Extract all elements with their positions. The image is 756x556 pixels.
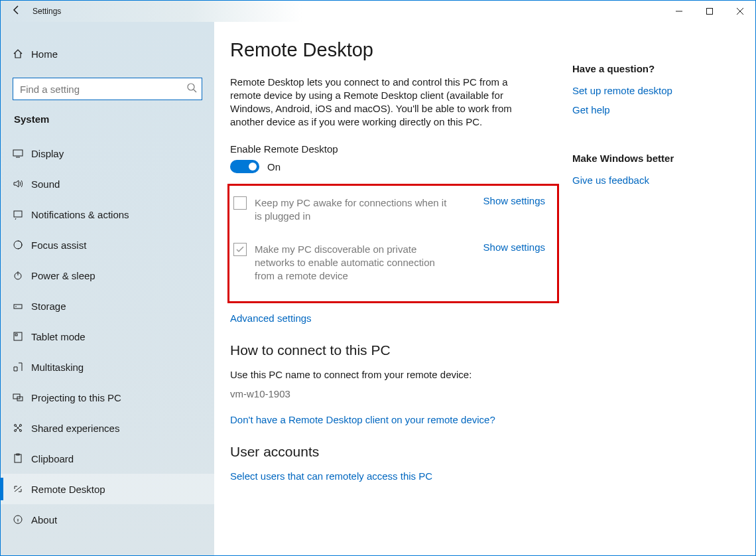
connect-heading: How to connect to this PC	[230, 342, 559, 358]
sidebar-item-label: Multitasking	[31, 362, 84, 373]
sidebar-item-power[interactable]: Power & sleep	[1, 260, 214, 291]
connect-label: Use this PC name to connect from your re…	[230, 369, 559, 380]
sidebar-item-clipboard[interactable]: Clipboard	[1, 443, 214, 474]
sidebar-item-shared[interactable]: Shared experiences	[1, 413, 214, 443]
sidebar-home[interactable]: Home	[1, 40, 214, 67]
home-icon	[13, 48, 31, 59]
svg-rect-5	[14, 305, 22, 309]
back-button[interactable]	[1, 4, 32, 19]
question-heading: Have a question?	[572, 63, 735, 74]
option-discoverable: Make my PC discoverable on private netwo…	[231, 239, 545, 287]
sidebar-item-label: Tablet mode	[31, 331, 86, 342]
search-input[interactable]	[13, 78, 202, 100]
sidebar-item-label: Sound	[31, 178, 60, 190]
titlebar: Settings	[1, 1, 755, 22]
show-settings-link[interactable]: Show settings	[483, 195, 545, 206]
display-icon	[13, 148, 31, 159]
remote-desktop-icon	[13, 484, 31, 494]
sidebar-home-label: Home	[31, 48, 58, 60]
enable-toggle[interactable]	[230, 160, 259, 173]
svg-rect-0	[707, 9, 713, 15]
sidebar-item-notifications[interactable]: Notifications & actions	[1, 199, 214, 230]
right-panel: Have a question? Set up remote desktop G…	[559, 22, 755, 555]
enable-label: Enable Remote Desktop	[230, 143, 559, 155]
sidebar: Home System Display Sound Notifications …	[1, 22, 214, 555]
sidebar-item-label: Focus assist	[31, 240, 86, 251]
svg-point-1	[188, 84, 194, 90]
sidebar-item-label: Power & sleep	[31, 270, 95, 281]
accounts-heading: User accounts	[230, 444, 559, 460]
option-label: Keep my PC awake for connections when it…	[255, 196, 454, 223]
sidebar-item-multitasking[interactable]: Multitasking	[1, 352, 214, 382]
multitasking-icon	[13, 362, 31, 372]
projecting-icon	[13, 392, 31, 403]
sidebar-item-label: About	[31, 514, 57, 525]
sidebar-item-projecting[interactable]: Projecting to this PC	[1, 382, 214, 413]
page-title: Remote Desktop	[230, 39, 559, 61]
accounts-link[interactable]: Select users that can remotely access th…	[230, 470, 432, 482]
highlight-box: Keep my PC awake for connections when it…	[227, 184, 559, 303]
window-title: Settings	[32, 7, 61, 16]
sound-icon	[13, 178, 31, 189]
sidebar-item-storage[interactable]: Storage	[1, 291, 214, 321]
power-icon	[13, 270, 31, 281]
client-link[interactable]: Don't have a Remote Desktop client on yo…	[230, 414, 495, 425]
notifications-icon	[13, 209, 31, 220]
gethelp-link[interactable]: Get help	[572, 104, 735, 115]
sidebar-item-label: Notifications & actions	[31, 209, 129, 220]
shared-icon	[13, 423, 31, 433]
close-button[interactable]	[725, 1, 755, 22]
checkbox-keep-awake[interactable]	[233, 196, 247, 210]
toggle-state: On	[267, 161, 281, 173]
sidebar-item-label: Display	[31, 148, 64, 159]
svg-rect-3	[14, 211, 22, 217]
minimize-button[interactable]	[664, 1, 694, 22]
storage-icon	[13, 301, 31, 311]
maximize-button[interactable]	[694, 1, 725, 22]
setup-link[interactable]: Set up remote desktop	[572, 85, 735, 96]
sidebar-item-tablet-mode[interactable]: Tablet mode	[1, 321, 214, 352]
option-label: Make my PC discoverable on private netwo…	[255, 243, 454, 283]
search-icon	[186, 82, 197, 95]
sidebar-item-label: Shared experiences	[31, 423, 119, 434]
clipboard-icon	[13, 453, 31, 464]
option-keep-awake: Keep my PC awake for connections when it…	[231, 192, 545, 227]
focus-assist-icon	[13, 240, 31, 250]
pc-name: vm-w10-1903	[230, 388, 559, 399]
sidebar-item-remote-desktop[interactable]: Remote Desktop	[1, 474, 214, 504]
svg-rect-2	[13, 150, 23, 156]
page-description: Remote Desktop lets you connect to and c…	[230, 76, 515, 129]
sidebar-item-label: Clipboard	[31, 453, 74, 464]
check-icon	[235, 245, 245, 254]
feedback-link[interactable]: Give us feedback	[572, 174, 735, 186]
about-icon	[13, 514, 31, 525]
tablet-icon	[13, 331, 31, 342]
sidebar-list: Display Sound Notifications & actions Fo…	[1, 138, 214, 535]
svg-point-6	[15, 306, 17, 307]
svg-rect-15	[15, 454, 21, 462]
sidebar-item-about[interactable]: About	[1, 504, 214, 535]
main-content: Remote Desktop Remote Desktop lets you c…	[214, 22, 755, 555]
better-heading: Make Windows better	[572, 153, 735, 164]
sidebar-category: System	[1, 113, 214, 125]
sidebar-item-display[interactable]: Display	[1, 138, 214, 169]
checkbox-discoverable[interactable]	[233, 243, 247, 256]
show-settings-link[interactable]: Show settings	[483, 242, 545, 253]
svg-rect-8	[15, 334, 17, 336]
sidebar-item-label: Remote Desktop	[31, 484, 105, 495]
sidebar-item-label: Storage	[31, 301, 66, 312]
sidebar-item-focus-assist[interactable]: Focus assist	[1, 230, 214, 260]
advanced-settings-link[interactable]: Advanced settings	[230, 313, 312, 324]
sidebar-item-sound[interactable]: Sound	[1, 169, 214, 199]
sidebar-item-label: Projecting to this PC	[31, 392, 121, 403]
